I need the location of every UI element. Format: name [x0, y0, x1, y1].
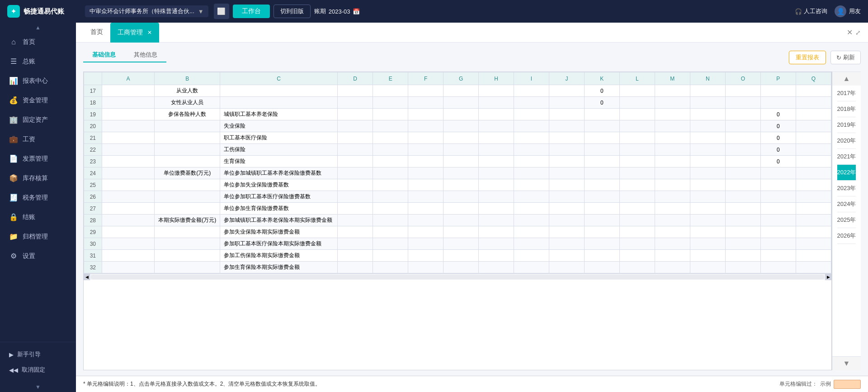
user-menu[interactable]: 👤 用友: [835, 5, 861, 17]
table-row[interactable]: 26单位参加职工基本医疗保险缴费基数: [84, 191, 831, 203]
cell-b[interactable]: [155, 179, 220, 191]
table-row[interactable]: 25单位参加失业保险缴费基数: [84, 179, 831, 191]
sidebar-item-reports[interactable]: 📊 报表中心: [0, 71, 76, 91]
cell-k[interactable]: [584, 109, 619, 120]
tab-home[interactable]: 首页: [83, 23, 110, 43]
sidebar-item-inventory[interactable]: 📦 库存核算: [0, 168, 76, 188]
cell-q[interactable]: [796, 120, 831, 132]
cell-l[interactable]: [619, 85, 655, 97]
year-item[interactable]: 2022年: [837, 165, 856, 181]
cell-a[interactable]: [102, 238, 155, 250]
cell-m[interactable]: [655, 167, 690, 179]
cell-i[interactable]: [514, 215, 549, 226]
cell-c[interactable]: [220, 97, 338, 109]
cell-f[interactable]: [408, 120, 443, 132]
cell-o[interactable]: [725, 191, 760, 203]
cell-a[interactable]: [102, 179, 155, 191]
cell-m[interactable]: [655, 203, 690, 215]
cell-b[interactable]: 参保各险种人数: [155, 109, 220, 120]
cell-b[interactable]: 从业人数: [155, 85, 220, 97]
year-item[interactable]: 2018年: [837, 101, 856, 117]
sidebar-item-home[interactable]: ⌂ 首页: [0, 33, 76, 52]
cell-e[interactable]: [373, 238, 408, 250]
cell-f[interactable]: [408, 250, 443, 262]
reset-report-button[interactable]: 重置报表: [789, 51, 826, 64]
cell-c[interactable]: 参加工伤保险本期实际缴费金额: [220, 250, 338, 262]
sidebar-item-fixed-assets[interactable]: 🏢 固定资产: [0, 110, 76, 129]
cell-a[interactable]: [102, 85, 155, 97]
cell-d[interactable]: [338, 167, 373, 179]
cell-f[interactable]: [408, 167, 443, 179]
cell-e[interactable]: [373, 97, 408, 109]
cell-i[interactable]: [514, 132, 549, 144]
cell-g[interactable]: [443, 226, 479, 238]
cell-a[interactable]: [102, 120, 155, 132]
cell-k[interactable]: 0: [584, 85, 619, 97]
cell-d[interactable]: [338, 238, 373, 250]
year-scroll-up-button[interactable]: ▲: [832, 72, 861, 86]
cell-c[interactable]: 参加城镇职工基本养老保险本期实际缴费金额: [220, 215, 338, 226]
cell-e[interactable]: [373, 144, 408, 156]
cell-o[interactable]: [725, 109, 760, 120]
cell-p[interactable]: [760, 85, 796, 97]
cell-d[interactable]: [338, 132, 373, 144]
cell-k[interactable]: [584, 120, 619, 132]
cell-o[interactable]: [725, 226, 760, 238]
cell-e[interactable]: [373, 156, 408, 167]
cell-n[interactable]: [690, 262, 725, 273]
cell-i[interactable]: [514, 120, 549, 132]
cell-j[interactable]: [549, 262, 584, 273]
sub-tab-other[interactable]: 其他信息: [125, 48, 166, 62]
cell-j[interactable]: [549, 167, 584, 179]
cell-p[interactable]: [760, 97, 796, 109]
cell-a[interactable]: [102, 109, 155, 120]
cell-b[interactable]: [155, 120, 220, 132]
cell-h[interactable]: [479, 262, 514, 273]
cell-o[interactable]: [725, 144, 760, 156]
sidebar-item-invoice[interactable]: 📄 发票管理: [0, 149, 76, 168]
cell-i[interactable]: [514, 191, 549, 203]
cell-p[interactable]: 0: [760, 120, 796, 132]
cell-q[interactable]: [796, 144, 831, 156]
cell-l[interactable]: [619, 132, 655, 144]
cell-l[interactable]: [619, 250, 655, 262]
cell-n[interactable]: [690, 120, 725, 132]
switch-version-button[interactable]: 切到旧版: [274, 5, 311, 18]
cell-o[interactable]: [725, 250, 760, 262]
cell-n[interactable]: [690, 85, 725, 97]
cell-q[interactable]: [796, 250, 831, 262]
cell-p[interactable]: [760, 262, 796, 273]
year-item[interactable]: 2023年: [837, 181, 856, 196]
cell-p[interactable]: 0: [760, 144, 796, 156]
cell-d[interactable]: [338, 97, 373, 109]
cell-a[interactable]: [102, 215, 155, 226]
tab-close-window-icon[interactable]: ✕: [847, 28, 853, 37]
cell-j[interactable]: [549, 203, 584, 215]
cell-e[interactable]: [373, 250, 408, 262]
table-row[interactable]: 20失业保险0: [84, 120, 831, 132]
cell-c[interactable]: 工伤保险: [220, 144, 338, 156]
cell-g[interactable]: [443, 262, 479, 273]
sub-tab-basic[interactable]: 基础信息: [83, 48, 125, 62]
cell-j[interactable]: [549, 144, 584, 156]
cell-h[interactable]: [479, 179, 514, 191]
cell-g[interactable]: [443, 156, 479, 167]
cell-q[interactable]: [796, 262, 831, 273]
cell-h[interactable]: [479, 97, 514, 109]
cell-o[interactable]: [725, 167, 760, 179]
cell-p[interactable]: [760, 250, 796, 262]
tab-close-icon[interactable]: ✕: [147, 29, 152, 36]
cell-h[interactable]: [479, 132, 514, 144]
cell-n[interactable]: [690, 156, 725, 167]
cell-b[interactable]: [155, 156, 220, 167]
cell-o[interactable]: [725, 132, 760, 144]
cell-f[interactable]: [408, 191, 443, 203]
cell-e[interactable]: [373, 226, 408, 238]
cell-l[interactable]: [619, 97, 655, 109]
scroll-right-button[interactable]: ▶: [825, 274, 831, 280]
cell-f[interactable]: [408, 109, 443, 120]
cell-a[interactable]: [102, 203, 155, 215]
cell-d[interactable]: [338, 226, 373, 238]
cell-m[interactable]: [655, 226, 690, 238]
cell-k[interactable]: [584, 179, 619, 191]
